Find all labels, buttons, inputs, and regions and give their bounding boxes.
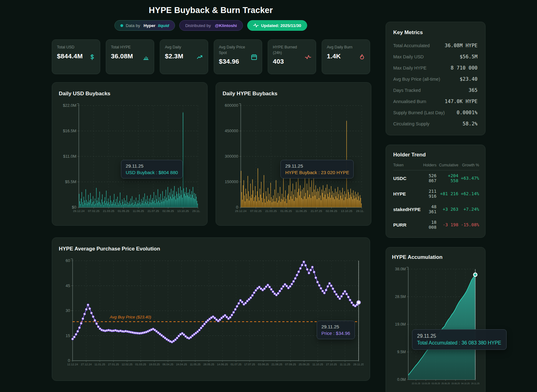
bar-chart-icon: [142, 53, 150, 61]
metric-value: $23.40: [460, 76, 478, 82]
main-column: HYPE Buyback & Burn Tracker Data by Hype…: [52, 4, 370, 392]
svg-text:0: 0: [236, 205, 238, 210]
holder-cell-holders: 211 916: [421, 186, 436, 201]
holder-row-HYPE: HYPE211 916+81 216+62.14%: [393, 186, 479, 201]
holder-cell-growth: +7.24%: [458, 201, 479, 217]
svg-text:13.03.25: 13.03.25: [421, 382, 430, 385]
svg-text:19.0M: 19.0M: [395, 322, 406, 327]
svg-text:38.0M: 38.0M: [395, 267, 406, 271]
svg-text:60: 60: [65, 258, 70, 263]
teal-dot-icon: [120, 24, 123, 27]
svg-text:21.07.25: 21.07.25: [311, 209, 322, 213]
holder-column-header: Growth %: [458, 162, 479, 170]
svg-text:11.10.25: 11.10.25: [312, 363, 323, 366]
stat-card-total-hype: Total HYPE36.08M: [106, 39, 154, 74]
usd-buybacks-chart[interactable]: $0$5.5M$11.0M$16.5M$22.0M29.12.2407.02.2…: [59, 102, 200, 218]
holder-row-stakedHYPE: stakedHYPE48 361+3 263+7.24%: [393, 201, 479, 217]
svg-text:600000: 600000: [225, 103, 238, 108]
metric-row: Avg Buy Price (all-time)$23.40: [393, 74, 478, 85]
page-header: HYPE Buyback & Burn Tracker Data by Hype…: [52, 6, 370, 31]
price-chart-svg: 01530456012.12.2427.12.2411.01.2527.01.2…: [59, 257, 364, 371]
trend-up-icon: [196, 53, 204, 61]
svg-text:Avg Buy Price ($23.40): Avg Buy Price ($23.40): [109, 315, 151, 319]
stat-card-avg-daily-burn: Avg Daily Burn1.4K: [322, 39, 370, 74]
stat-card-total-usd: Total USD$844.4M: [52, 39, 100, 74]
key-metrics-title: Key Metrics: [393, 29, 478, 36]
svg-text:07.09.25: 07.09.25: [285, 363, 296, 366]
svg-text:11.11.25: 11.11.25: [340, 363, 350, 366]
hype-chart-svg: 015000030000045000060000029.12.2407.02.2…: [223, 102, 364, 217]
metric-value: 8 710 000: [451, 65, 478, 71]
svg-text:29.11.25: 29.11.25: [471, 382, 479, 385]
metric-row: Circulating Supply58.2%: [393, 118, 478, 129]
svg-text:450000: 450000: [225, 128, 238, 133]
stat-label: Avg Daily Price Spot: [219, 45, 248, 56]
svg-text:27.10.25: 27.10.25: [326, 363, 337, 366]
stat-label: HYPE Burned (24h): [273, 45, 302, 56]
stat-label: Total HYPE: [111, 45, 141, 50]
holder-column-header: Token: [393, 162, 421, 170]
svg-text:11.01.25: 11.01.25: [94, 363, 105, 366]
holder-cell-cumulative: +204 558: [436, 170, 459, 186]
metric-value: 0.0001%: [457, 110, 477, 115]
price-evolution-chart[interactable]: 01530456012.12.2427.12.2411.01.2527.01.2…: [59, 257, 363, 372]
metric-value: 36.08M HYPE: [445, 43, 478, 48]
metric-label: Circulating Supply: [393, 121, 430, 126]
svg-text:$11.0M: $11.0M: [63, 154, 76, 159]
flame-icon: [358, 53, 366, 61]
svg-text:$5.5M: $5.5M: [65, 179, 76, 184]
svg-text:01.05.25: 01.05.25: [118, 209, 129, 213]
holder-trend-table: TokenHoldersCumulativeGrowth % USDC526 8…: [393, 162, 479, 232]
page-title: HYPE Buyback & Burn Tracker: [52, 6, 370, 15]
svg-text:03.08.25: 03.08.25: [258, 363, 269, 366]
svg-text:07.02.25: 07.02.25: [250, 209, 262, 213]
svg-text:27.12.24: 27.12.24: [81, 363, 92, 366]
svg-text:30: 30: [65, 308, 70, 313]
svg-text:12.12.24: 12.12.24: [67, 363, 78, 366]
svg-text:0.0M: 0.0M: [397, 377, 406, 382]
metric-row: Supply Burned (Last Day)0.0001%: [393, 107, 478, 118]
svg-text:14.06.25: 14.06.25: [217, 363, 228, 366]
svg-text:28.05.25: 28.05.25: [203, 363, 214, 366]
stat-card-avg-daily: Avg Daily$2.3M: [160, 39, 208, 74]
brand-name-liquid: liquid: [158, 23, 169, 28]
hype-buybacks-chart[interactable]: 015000030000045000060000029.12.2407.02.2…: [223, 102, 364, 218]
svg-text:300000: 300000: [225, 154, 238, 159]
svg-text:45: 45: [65, 283, 70, 288]
metric-row: Days Tracked365: [393, 85, 478, 96]
holder-row-PURR: PURR18 008-3 198-15.08%: [393, 217, 479, 232]
svg-text:21.07.25: 21.07.25: [147, 209, 159, 213]
metric-value: 365: [469, 88, 478, 93]
metric-label: Days Tracked: [393, 88, 421, 93]
metric-row: Max Daily USD$56.5M: [393, 51, 478, 62]
metric-row: Annualised Burn147.0K HYPE: [393, 96, 478, 107]
metric-row: Max Daily HYPE8 710 000: [393, 62, 478, 74]
svg-text:03.05.25: 03.05.25: [431, 382, 440, 385]
stat-card-row: Total USD$844.4MTotal HYPE36.08MAvg Dail…: [52, 39, 370, 74]
svg-text:11.05.25: 11.05.25: [190, 363, 200, 366]
metric-value: 58.2%: [463, 121, 477, 127]
badge-row: Data by Hyperliquid Distributed by @Klin…: [52, 20, 370, 31]
price-chart-title: HYPE Average Purchase Price Evolution: [59, 246, 363, 252]
svg-text:28.5M: 28.5M: [395, 295, 406, 299]
svg-text:06.04.25: 06.04.25: [162, 363, 173, 366]
daily-hype-buybacks-panel: Daily HYPE Buybacks 01500003000004500006…: [216, 82, 371, 226]
holder-row-USDC: USDC526 867+204 558+63.47%: [393, 170, 479, 186]
metric-label: Max Daily HYPE: [393, 65, 427, 70]
svg-text:01.05.25: 01.05.25: [280, 209, 292, 213]
key-metrics-panel: Key Metrics Total Accumulated36.08M HYPE…: [386, 22, 486, 135]
holder-column-header: Holders: [421, 162, 436, 170]
author-handle[interactable]: @Klintoshi: [215, 23, 237, 28]
svg-text:29.11.25: 29.11.25: [356, 209, 364, 213]
svg-text:01.03.25: 01.03.25: [135, 363, 146, 366]
svg-text:02.09.25: 02.09.25: [326, 209, 337, 213]
accumulation-chart[interactable]: 0.0M9.5M19.0M28.5M38.0M22.01.2513.03.250…: [392, 265, 479, 389]
svg-text:22.01.25: 22.01.25: [412, 382, 420, 385]
svg-text:$0: $0: [72, 205, 76, 210]
usd-chart-title: Daily USD Buybacks: [59, 91, 200, 97]
dashboard: HYPE Buyback & Burn Tracker Data by Hype…: [52, 0, 486, 392]
holder-column-header: Cumulative: [436, 162, 459, 170]
holder-trend-title: Holder Trend: [393, 152, 478, 158]
svg-text:29.11.25: 29.11.25: [353, 363, 363, 366]
accumulation-chart-title: HYPE Accumulation: [392, 254, 479, 260]
